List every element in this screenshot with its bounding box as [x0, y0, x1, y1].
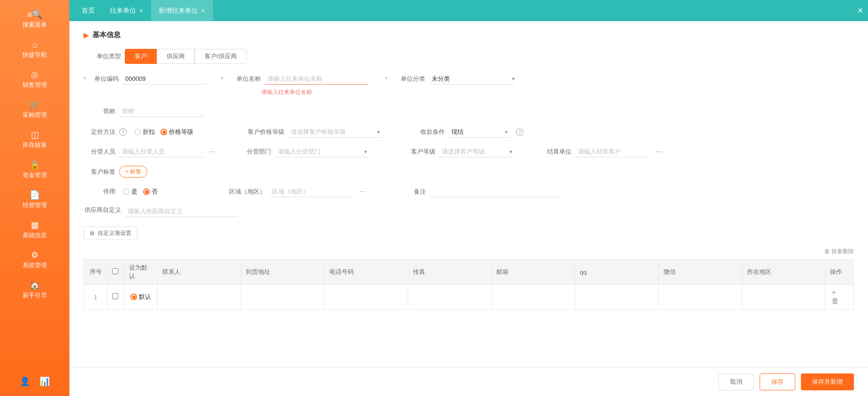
row-1-qq-input[interactable] — [580, 294, 654, 301]
custom-settings-btn[interactable]: ⚙ 自定义项设置 — [84, 226, 137, 240]
row-1-phone-input[interactable] — [329, 294, 403, 301]
col-phone: 电话号码 — [325, 260, 408, 285]
tab-bar: 首页 往来单位 ✕ 新增往来单位 ✕ ✕ — [69, 0, 868, 21]
tab-home-label: 首页 — [82, 7, 95, 15]
system-icon: ⚙ — [31, 251, 38, 259]
close-all-tabs[interactable]: ✕ — [857, 6, 863, 15]
manager-more-btn[interactable]: ··· — [207, 148, 217, 156]
disabled-radio-yes[interactable]: 是 — [123, 187, 137, 196]
tab-partner-list-close[interactable]: ✕ — [139, 8, 144, 14]
row-1-email-input[interactable] — [496, 294, 570, 301]
row-default-1[interactable]: 默认 — [124, 285, 158, 310]
row-region-1[interactable] — [742, 285, 825, 310]
pricing-help-icon[interactable]: ? — [119, 128, 127, 136]
unit-category-select[interactable]: 未分类 — [429, 73, 513, 85]
region-input[interactable] — [269, 186, 354, 197]
customer-price-label: 客户价格等级 — [248, 128, 284, 136]
manager-input[interactable] — [119, 146, 204, 157]
sidebar-item-quick-nav[interactable]: ⌂ 快捷导航 — [0, 35, 69, 65]
radio-yes-circle — [123, 188, 129, 195]
customer-level-select[interactable]: 请选择客户等级 — [439, 146, 514, 157]
disabled-group: 停用 是 否 — [84, 187, 215, 196]
customer-price-select-wrapper: 请选择客户价格等级 — [288, 126, 382, 138]
row-1-contact-input[interactable] — [162, 294, 236, 301]
type-btn-supplier[interactable]: 供应商 — [157, 49, 195, 64]
short-name-input[interactable] — [119, 106, 204, 117]
row-1-fax-input[interactable] — [413, 294, 487, 301]
tab-home[interactable]: 首页 — [74, 0, 102, 21]
col-address: 到货地址 — [241, 260, 325, 285]
row-fax-1[interactable] — [408, 285, 492, 310]
row-wechat-1[interactable] — [658, 285, 742, 310]
pricing-radio-discount[interactable]: 折扣 — [134, 128, 155, 136]
sidebar-item-purchase[interactable]: 🛒 采购管理 — [0, 95, 69, 125]
sidebar-item-sales[interactable]: ◎ 销售管理 — [0, 65, 69, 95]
sidebar-chart-icon[interactable]: 📊 — [39, 376, 50, 387]
table-row: 1 默认 — [84, 285, 854, 310]
region-more-btn[interactable]: ··· — [358, 187, 367, 196]
sales-icon: ◎ — [31, 70, 38, 79]
sidebar-item-operations[interactable]: 📄 经营管理 — [0, 185, 69, 215]
cancel-button[interactable]: 取消 — [718, 373, 754, 390]
sidebar-user-icon[interactable]: 👤 — [20, 376, 30, 387]
tab-partner-list[interactable]: 往来单位 ✕ — [102, 0, 151, 21]
sidebar-item-system[interactable]: ⚙ 系统管理 — [0, 245, 69, 275]
remark-input[interactable] — [430, 186, 561, 197]
settlement-unit-more-btn[interactable]: ··· — [654, 148, 664, 156]
row-1-checkbox[interactable] — [112, 293, 118, 299]
row-contact-1[interactable] — [158, 285, 241, 310]
type-btn-customer[interactable]: 客户 — [125, 49, 157, 64]
customer-price-select[interactable]: 请选择客户价格等级 — [288, 126, 382, 138]
row-1-add-btn[interactable]: + — [830, 288, 837, 297]
disabled-label: 停用 — [84, 187, 115, 196]
row-qq-1[interactable] — [575, 285, 658, 310]
sidebar-item-finance[interactable]: 🔒 资金管理 — [0, 155, 69, 185]
row-number-1: 1 — [84, 285, 107, 310]
sidebar-item-label: 资金管理 — [23, 171, 47, 179]
sidebar-item-basic-info[interactable]: ▦ 基础信息 — [0, 215, 69, 245]
row-1-address-input[interactable] — [246, 294, 320, 301]
unit-code-input[interactable] — [122, 73, 207, 85]
unit-name-error: 请输入往来单位名称 — [261, 89, 312, 95]
batch-delete-label: 批量删除 — [831, 248, 854, 255]
type-btn-both[interactable]: 客户/供应商 — [195, 49, 247, 64]
manager-group: 分管人员 ··· — [84, 146, 224, 157]
settlement-unit-input[interactable] — [575, 146, 650, 157]
batch-delete-btn[interactable]: 🗑 批量删除 — [84, 248, 854, 256]
row-1-delete-btn[interactable]: 🗑 — [830, 297, 840, 305]
sidebar-bottom: 👤 📊 — [0, 372, 69, 396]
department-select[interactable]: 请输入分管部门 — [275, 146, 369, 157]
save-button[interactable]: 保存 — [760, 373, 795, 390]
add-tag-btn[interactable]: + 标签 — [119, 166, 147, 178]
select-all-checkbox[interactable] — [112, 268, 118, 274]
sidebar-item-label: 库存核算 — [23, 141, 47, 149]
unit-name-input[interactable] — [265, 73, 368, 85]
col-qq: qq — [575, 260, 658, 285]
tab-new-partner-close[interactable]: ✕ — [201, 8, 206, 14]
row-1-default-radio[interactable]: 默认 — [129, 293, 152, 301]
sidebar-item-inventory[interactable]: ◫ 库存核算 — [0, 125, 69, 155]
sidebar-item-search[interactable]: ≡🔍 搜索菜单 — [0, 5, 69, 35]
supplier-custom-input[interactable] — [125, 206, 237, 217]
unit-type-label: 单位类型 — [97, 53, 121, 60]
row-1-region-input[interactable] — [747, 294, 821, 301]
row-address-1[interactable] — [241, 285, 325, 310]
payment-condition-select[interactable]: 现结 — [449, 126, 510, 138]
short-name-label: 简称 — [84, 107, 115, 116]
row-1-wechat-input[interactable] — [663, 294, 737, 301]
unit-name-group: * 单位名称 请输入往来单位名称 — [221, 73, 371, 96]
row-checkbox-1[interactable] — [107, 285, 124, 310]
row-email-1[interactable] — [491, 285, 575, 310]
sidebar-item-new-guide[interactable]: 🏠 新手引导 — [0, 275, 69, 305]
row-phone-1[interactable] — [325, 285, 408, 310]
pricing-radio-level[interactable]: 价格等级 — [160, 128, 193, 136]
tab-new-partner[interactable]: 新增往来单位 ✕ — [151, 0, 213, 21]
basic-info-icon: ▦ — [31, 221, 39, 229]
payment-help-icon[interactable]: ? — [516, 128, 524, 136]
radio-no-circle — [143, 188, 150, 195]
department-select-wrapper: 请输入分管部门 — [275, 146, 369, 157]
unit-category-group: * 单位分类 未分类 — [385, 73, 517, 85]
disabled-radio-no[interactable]: 否 — [143, 187, 158, 196]
payment-condition-group: 收款条件 现结 ? — [412, 126, 534, 138]
save-new-button[interactable]: 保存并新增 — [801, 373, 854, 390]
